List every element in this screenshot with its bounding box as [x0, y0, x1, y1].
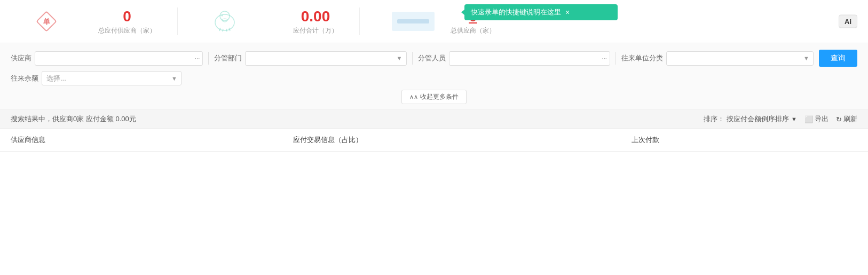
- svg-line-9: [229, 28, 230, 31]
- collapse-label: 收起更多条件: [420, 92, 459, 101]
- filter-unit-class: 往来单位分类 ▼: [621, 51, 814, 66]
- divider-2: [412, 52, 413, 65]
- refresh-button[interactable]: ↻ 刷新: [836, 114, 857, 124]
- person-dots-icon[interactable]: ···: [602, 55, 607, 61]
- refresh-icon: ↻: [836, 115, 842, 123]
- stat-total-payable: 0 总应付供应商（家）: [77, 7, 178, 36]
- svg-point-2: [215, 14, 234, 30]
- collapse-row: ∧∧ 收起更多条件: [11, 90, 857, 104]
- stat-payable-total-value: 0.00: [301, 7, 330, 26]
- graphic-bar: [397, 19, 429, 23]
- person-label: 分管人员: [418, 53, 446, 63]
- piggy-icon: [210, 6, 240, 36]
- svg-line-7: [223, 29, 223, 32]
- balance-select-wrapper: 选择... ▼: [42, 71, 182, 85]
- filter-department: 分管部门 ▼: [214, 51, 406, 66]
- col-supplier-info-header: 供应商信息: [11, 135, 293, 145]
- col-last-payment-header: 上次付款: [632, 135, 857, 145]
- refresh-label: 刷新: [843, 114, 857, 124]
- filter-row-2: 往来余额 选择... ▼: [11, 71, 182, 85]
- tooltip-dot: [606, 10, 611, 15]
- sort-select[interactable]: 排序： 按应付会额倒序排序 ▼: [704, 114, 797, 124]
- results-actions: 排序： 按应付会额倒序排序 ▼ ⬜ 导出 ↻ 刷新: [704, 114, 857, 124]
- tooltip-close-btn[interactable]: ×: [565, 8, 570, 17]
- svg-text:单: 单: [43, 18, 51, 26]
- ai-badge: Ai: [839, 15, 857, 28]
- export-label: 导出: [815, 114, 828, 124]
- tooltip-line: [570, 12, 602, 13]
- unit-class-label: 往来单位分类: [621, 53, 663, 63]
- tooltip-text: 快速录单的快捷键说明在这里: [471, 7, 561, 17]
- filter-bar: 供应商 ··· 分管部门 ▼ 分管人员 ···: [0, 43, 868, 110]
- sort-dropdown-icon: ▼: [791, 116, 797, 122]
- piggy-area: [178, 6, 272, 36]
- supplier-graphic: [392, 12, 435, 31]
- sort-label: 排序：: [704, 114, 724, 124]
- person-input[interactable]: [449, 51, 610, 66]
- col-transaction-header: 应付交易信息（占比）: [293, 135, 632, 145]
- supplier-input-wrapper: ···: [35, 51, 203, 66]
- department-select-wrapper: ▼: [245, 51, 406, 66]
- filter-balance: 往来余额 选择... ▼: [11, 71, 182, 85]
- supplier-label: 供应商: [11, 53, 31, 63]
- stat-payable-total-label: 应付合计（万）: [293, 26, 338, 35]
- unit-class-select[interactable]: [666, 51, 814, 66]
- tooltip-bubble: 快速录单的快捷键说明在这里 ×: [464, 4, 618, 20]
- balance-label: 往来余额: [11, 74, 38, 83]
- export-icon: ⬜: [804, 115, 813, 123]
- sort-value: 按应付会额倒序排序: [727, 114, 789, 124]
- table-header: 供应商信息 应付交易信息（占比） 上次付款: [0, 129, 868, 152]
- stats-bar: 单 0 总应付供应商（家） 0.00 应付合计（万） 快速录单的快捷键说明在这里…: [0, 0, 868, 43]
- export-button[interactable]: ⬜ 导出: [804, 114, 828, 124]
- filter-person: 分管人员 ···: [418, 51, 610, 66]
- collapse-up-icon: ∧∧: [409, 93, 418, 100]
- svg-line-8: [226, 29, 227, 32]
- svg-line-6: [219, 28, 220, 31]
- ai-badge-label: Ai: [845, 18, 851, 26]
- filter-row-1: 供应商 ··· 分管部门 ▼ 分管人员 ···: [11, 50, 857, 67]
- results-info: 搜索结果中，供应商0家 应付金额 0.00元: [11, 114, 136, 124]
- divider-1: [208, 52, 209, 65]
- content-area: [0, 152, 868, 275]
- supplier-input[interactable]: [35, 51, 203, 66]
- logo-icon: 单: [32, 7, 61, 36]
- query-button[interactable]: 查询: [819, 50, 857, 67]
- stat-payable-total: 0.00 应付合计（万）: [272, 7, 360, 36]
- stat-total-payable-value: 0: [123, 7, 131, 26]
- svg-point-3: [220, 11, 230, 21]
- stat-total-suppliers-label: 总供应商（家）: [451, 26, 495, 35]
- collapse-button[interactable]: ∧∧ 收起更多条件: [401, 90, 467, 104]
- department-label: 分管部门: [214, 53, 242, 63]
- unit-class-select-wrapper: ▼: [666, 51, 814, 66]
- filter-supplier: 供应商 ···: [11, 51, 203, 66]
- person-input-wrapper: ···: [449, 51, 610, 66]
- stat-total-payable-label: 总应付供应商（家）: [98, 26, 156, 35]
- logo-area: 单: [16, 7, 77, 36]
- department-select[interactable]: [245, 51, 406, 66]
- balance-select[interactable]: 选择...: [42, 71, 182, 85]
- supplier-dots-icon[interactable]: ···: [195, 55, 200, 61]
- divider-3: [616, 52, 616, 65]
- results-bar: 搜索结果中，供应商0家 应付金额 0.00元 排序： 按应付会额倒序排序 ▼ ⬜…: [0, 110, 868, 129]
- svg-point-5: [222, 15, 223, 17]
